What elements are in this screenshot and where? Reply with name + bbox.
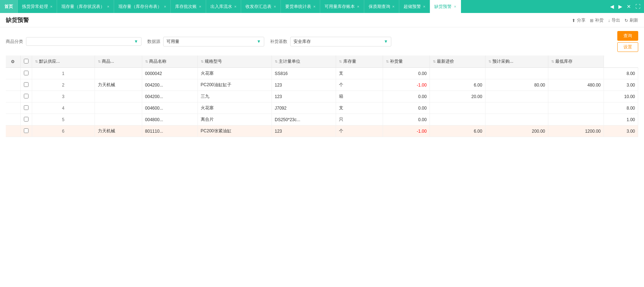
cell-product-name: PC200张紧油缸	[197, 125, 271, 137]
col-estimated-purchase[interactable]: ⇅ 预计采购...	[485, 56, 548, 68]
nav-tab-receive-summary[interactable]: 收发存汇总表 ×	[241, 0, 280, 13]
row-checkbox[interactable]	[24, 117, 29, 122]
nav-tab-stock-status[interactable]: 现存量（库存状况表） ×	[57, 0, 114, 13]
cell-product-name: 火花塞	[197, 68, 271, 79]
cell-supplier	[95, 102, 142, 114]
nav-close-btn[interactable]: ✕	[625, 3, 633, 10]
col-unit[interactable]: ⇅ 主计量单位	[272, 56, 336, 68]
close-tab-available-ledger[interactable]: ×	[357, 4, 359, 9]
page-header: 缺货预警 ⬆ 分享 ⊞ 补货 ↓ 导出 ↻ 刷新	[0, 13, 644, 27]
main-table: ⚙ ⇅ 默认供应... ⇅ 商品... ⇅ 商品名称	[6, 56, 638, 137]
nav-tab-batch-ledger[interactable]: 库存批次账 ×	[171, 0, 206, 13]
col-gear[interactable]: ⚙	[6, 56, 20, 68]
row-checkbox[interactable]	[24, 94, 29, 98]
close-tab-receive-summary[interactable]: ×	[274, 4, 276, 9]
category-filter-group: 商品分类 ▼	[6, 37, 142, 46]
row-gear-cell	[6, 114, 20, 125]
nav-tab-picking-exception[interactable]: 拣货异常处理 ×	[18, 0, 57, 13]
nav-fullscreen-btn[interactable]: ⛶	[633, 3, 643, 10]
nav-tab-overstock-warning[interactable]: 超储预警 ×	[399, 0, 430, 13]
refresh-button[interactable]: ↻ 刷新	[625, 17, 638, 23]
nav-tab-shelf-life[interactable]: 保质期查询 ×	[364, 0, 399, 13]
query-button[interactable]: 查询	[617, 31, 638, 41]
col-min-stock[interactable]: ⇅ 最低库存	[548, 56, 604, 68]
gear-icon[interactable]: ⚙	[11, 59, 15, 64]
cell-latest-price	[485, 91, 548, 102]
table-row: 4 004600... 火花塞 J7092 支 0.00 8.00	[6, 102, 638, 114]
col-spec[interactable]: ⇅ 规格型号	[197, 56, 271, 68]
sort-icon: ⇅	[551, 59, 554, 63]
replenish-button[interactable]: ⊞ 补货	[590, 17, 604, 23]
nav-tab-shortage-warning[interactable]: 缺货预警 ×	[430, 0, 461, 13]
cell-product-code: 004200...	[142, 79, 197, 91]
col-checkbox[interactable]	[20, 56, 32, 68]
close-tab-overstock-warning[interactable]: ×	[423, 4, 425, 9]
sort-icon: ⇅	[339, 59, 342, 63]
nav-controls: ◀ ▶ ✕ ⛶	[608, 3, 644, 10]
nav-tab-order-stats[interactable]: 要货单统计表 ×	[281, 0, 320, 13]
cell-stock-qty: 0.00	[383, 68, 430, 79]
settings-button[interactable]: 设置	[617, 42, 638, 52]
row-gear-cell	[6, 68, 20, 79]
col-latest-price[interactable]: ⇅ 最新进价	[430, 56, 485, 68]
col-stock-qty[interactable]: ⇅ 库存量	[336, 56, 383, 68]
sort-icon: ⇅	[35, 59, 38, 63]
replenish-base-select[interactable]: 安全库存 ▼	[290, 37, 391, 47]
table-container: ⚙ ⇅ 默认供应... ⇅ 商品... ⇅ 商品名称	[0, 56, 644, 137]
close-tab-order-stats[interactable]: ×	[313, 4, 316, 9]
cell-product-name: PC200油缸缸子	[197, 79, 271, 91]
row-gear-cell	[6, 91, 20, 102]
col-default-supplier[interactable]: ⇅ 默认供应...	[32, 56, 95, 68]
close-tab-batch-ledger[interactable]: ×	[199, 4, 201, 9]
cell-stock-qty: -1.00	[383, 79, 430, 91]
nav-tab-inout-flow[interactable]: 出入库流水 ×	[206, 0, 241, 13]
row-checkbox-cell[interactable]	[20, 114, 32, 125]
nav-tab-stock-dist[interactable]: 现存量（库存分布表） ×	[114, 0, 171, 13]
export-button[interactable]: ↓ 导出	[608, 17, 620, 23]
close-tab-shelf-life[interactable]: ×	[392, 4, 395, 9]
cell-spec: J7092	[272, 102, 336, 114]
row-checkbox[interactable]	[24, 105, 29, 110]
cell-latest-price	[485, 68, 548, 79]
cell-unit: 个	[336, 79, 383, 91]
cell-supplier	[95, 68, 142, 79]
cell-replenish-qty: 6.00	[430, 125, 485, 137]
col-replenish-qty[interactable]: ⇅ 补货量	[383, 56, 430, 68]
share-button[interactable]: ⬆ 分享	[572, 17, 586, 23]
nav-tab-home[interactable]: 首页	[0, 0, 18, 13]
nav-prev-btn[interactable]: ◀	[608, 3, 616, 10]
row-checkbox[interactable]	[24, 82, 29, 87]
category-select[interactable]: ▼	[26, 37, 142, 46]
filter-row: 商品分类 ▼ 数据源 可用量 ▼ 补货基数 安全库存 ▼ 查询 设置	[0, 27, 644, 56]
cell-product-code: 004600...	[142, 102, 197, 114]
close-tab-stock-status[interactable]: ×	[107, 4, 109, 9]
row-checkbox-cell[interactable]	[20, 68, 32, 79]
nav-next-btn[interactable]: ▶	[616, 3, 625, 10]
cell-replenish-qty: 6.00	[430, 79, 485, 91]
row-checkbox[interactable]	[24, 128, 29, 133]
nav-tab-available-ledger[interactable]: 可用量库存账本 ×	[320, 0, 364, 13]
cell-min-stock: 10.00	[604, 91, 638, 102]
close-tab-inout-flow[interactable]: ×	[234, 4, 236, 9]
sort-icon: ⇅	[275, 59, 278, 63]
row-checkbox[interactable]	[24, 71, 29, 75]
share-icon: ⬆	[572, 18, 575, 23]
cell-latest-price: 80.00	[485, 79, 548, 91]
row-checkbox-cell[interactable]	[20, 102, 32, 114]
close-tab-shortage-warning[interactable]: ×	[454, 4, 456, 9]
cell-product-code: 004800...	[142, 114, 197, 125]
datasource-select[interactable]: 可用量 ▼	[163, 37, 264, 47]
row-number: 6	[32, 125, 95, 137]
filter-actions: 查询 设置	[617, 31, 638, 52]
select-all-checkbox[interactable]	[24, 59, 29, 63]
col-product-code[interactable]: ⇅ 商品...	[95, 56, 142, 68]
row-checkbox-cell[interactable]	[20, 91, 32, 102]
col-product-name[interactable]: ⇅ 商品名称	[142, 56, 197, 68]
refresh-icon: ↻	[625, 18, 628, 23]
close-tab-stock-dist[interactable]: ×	[164, 4, 166, 9]
cell-product-code: 801110...	[142, 125, 197, 137]
row-checkbox-cell[interactable]	[20, 79, 32, 91]
cell-estimated-purchase	[548, 91, 604, 102]
close-tab-picking-exception[interactable]: ×	[50, 4, 52, 9]
row-checkbox-cell[interactable]	[20, 125, 32, 137]
